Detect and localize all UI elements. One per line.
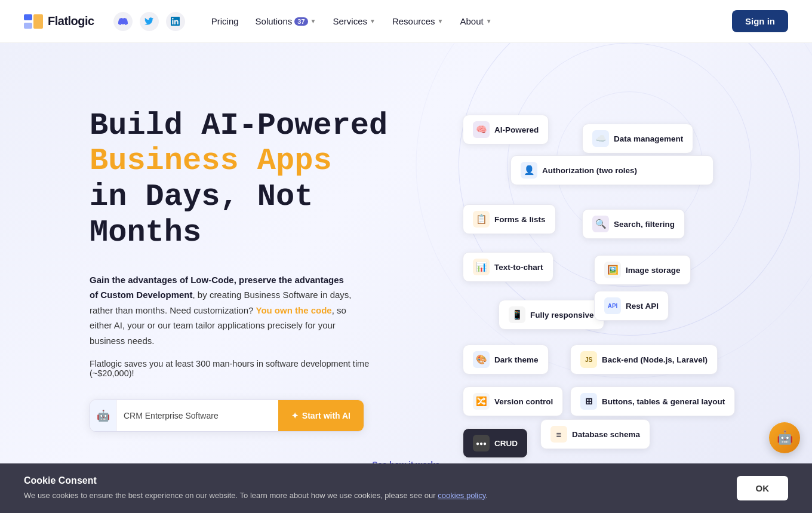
logo-text: Flatlogic [48,14,94,28]
feature-card-api: API Rest API [594,291,669,321]
chevron-down-icon: ▼ [310,18,316,24]
api-icon: API [604,297,621,314]
version-icon: 🔀 [473,393,490,410]
app-name-input[interactable] [116,411,278,420]
cloud-icon: ☁️ [592,130,609,147]
layout-icon: ⊞ [580,393,597,410]
crud-icon: ●●● [473,435,490,451]
image-icon: 🖼️ [604,262,621,278]
logo[interactable]: Flatlogic [24,12,94,31]
nav-pricing[interactable]: Pricing [204,11,246,31]
chevron-down-icon: ▼ [486,18,492,24]
chat-widget[interactable]: 🤖 [769,422,800,453]
hero-title: Build AI-Powered Business Apps in Days, … [90,108,400,251]
nav-solutions[interactable]: Solutions 37 ▼ [248,11,324,31]
feature-card-dark: 🎨 Dark theme [463,345,549,374]
nav-about[interactable]: About ▼ [453,11,499,31]
database-icon: ≡ [550,426,567,443]
chevron-down-icon: ▼ [370,18,376,24]
start-with-ai-button[interactable]: ✦ Start with AI [278,400,364,431]
social-links [113,12,185,31]
robot-icon: 🤖 [90,400,116,431]
cookie-text: Cookie Consent We use cookies to ensure … [24,475,725,497]
nav-services[interactable]: Services ▼ [325,11,382,31]
feature-card-responsive: 📱 Fully responsive [499,300,604,330]
feature-card-ai: 🧠 AI-Powered [463,115,549,145]
forms-icon: 📋 [473,211,490,228]
feature-card-buttons: ⊞ Buttons, tables & general layout [570,386,735,416]
feature-card-backend: JS Back-end (Node.js, Laravel) [570,345,718,374]
feature-card-forms: 📋 Forms & lists [463,204,556,234]
feature-card-image: 🖼️ Image storage [594,255,691,285]
feature-card-crud: ●●● CRUD [463,428,528,458]
hero-left: Build AI-Powered Business Apps in Days, … [90,43,400,497]
user-roles-icon: 👤 [521,162,537,179]
feature-card-auth: 👤 Authorization (two roles) [510,155,713,185]
feature-cards: 🧠 AI-Powered ☁️ Data management 👤 Author… [463,115,749,425]
svg-rect-2 [33,14,43,29]
signin-button[interactable]: Sign in [732,10,788,32]
cookie-ok-button[interactable]: OK [737,476,789,497]
discord-icon[interactable] [113,12,133,31]
feature-card-db: ≡ Database schema [540,419,650,449]
filter-icon: 🔍 [592,216,609,232]
hero-savings-text: Flatlogic saves you at least 300 man-hou… [90,359,400,378]
feature-card-search: 🔍 Search, filtering [582,209,685,239]
navbar: Flatlogic Pricing Solutions 37 ▼ Service… [0,0,812,43]
feature-card-text-chart: 📊 Text-to-chart [463,252,553,282]
hero-description: Gain the advantages of Low-Code, preserv… [90,272,352,349]
svg-rect-1 [24,23,32,29]
cookie-description: We use cookies to ensure the best experi… [24,490,725,497]
hero-input-row: 🤖 ✦ Start with AI [90,400,364,432]
cookie-policy-link[interactable]: cookies policy [438,491,485,497]
brain-icon: 🧠 [473,121,490,138]
responsive-icon: 📱 [509,306,525,323]
chevron-down-icon: ▼ [438,18,444,24]
feature-card-version: 🔀 Version control [463,386,563,416]
hero-section: Build AI-Powered Business Apps in Days, … [0,43,812,497]
dark-theme-icon: 🎨 [473,351,490,368]
nav-resources[interactable]: Resources ▼ [385,11,451,31]
chart-icon: 📊 [473,259,490,275]
feature-card-data-mgmt: ☁️ Data management [582,124,693,153]
main-nav: Pricing Solutions 37 ▼ Services ▼ Resour… [204,11,732,31]
twitter-icon[interactable] [140,12,159,31]
chat-icon: 🤖 [777,430,793,446]
hero-right: 🧠 AI-Powered ☁️ Data management 👤 Author… [400,43,788,497]
linkedin-icon[interactable] [166,12,185,31]
solutions-badge: 37 [294,17,307,26]
cookie-consent-bar: Cookie Consent We use cookies to ensure … [0,463,812,497]
svg-rect-0 [24,14,32,20]
js-icon: JS [580,351,597,368]
cookie-title: Cookie Consent [24,475,725,486]
